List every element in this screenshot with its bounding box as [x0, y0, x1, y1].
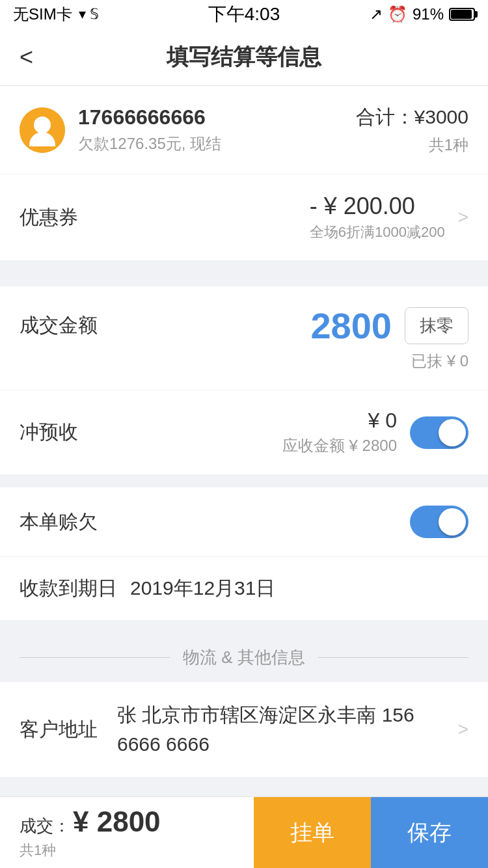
gps-icon: ↗ [370, 5, 383, 23]
prepay-label: 冲预收 [20, 419, 78, 446]
prepay-toggle[interactable] [410, 416, 468, 449]
page-title: 填写结算等信息 [167, 42, 321, 72]
back-button[interactable]: < [20, 44, 33, 71]
customer-info: 17666666666 欠款1276.35元, 现结 [78, 105, 221, 154]
time-label: 下午4:03 [208, 2, 280, 27]
bottom-deal-label: 成交： [20, 815, 70, 837]
address-value: 张 北京市市辖区海淀区永丰南 156 6666 6666 [117, 700, 452, 759]
nav-bar: < 填写结算等信息 [0, 29, 488, 86]
duedate-section: 收款到期日 2019年12月31日 [0, 556, 488, 620]
deal-section: 成交金额 2800 抹零 已抹 ¥ 0 [0, 286, 488, 390]
coupon-right: - ¥ 200.00 全场6折满1000减200 > [310, 193, 468, 242]
save-button[interactable]: 保存 [371, 797, 488, 869]
status-right: ↗ ⏰ 91% [370, 5, 475, 23]
total-count: 共1种 [356, 135, 468, 156]
address-section[interactable]: 客户地址 张 北京市市辖区海淀区永丰南 156 6666 6666 > [0, 682, 488, 777]
customer-sub: 欠款1276.35元, 现结 [78, 133, 221, 154]
battery-bar [449, 8, 475, 21]
avatar-icon [20, 107, 65, 153]
arrears-toggle-knob [439, 508, 466, 536]
customer-right: 合计：¥3000 共1种 [356, 104, 468, 156]
prepay-right: ¥ 0 应收金额 ¥ 2800 [282, 409, 468, 456]
deal-sub: 已抹 ¥ 0 [20, 351, 468, 372]
chevron-right-icon: > [458, 207, 468, 228]
arrears-section: 本单赊欠 [0, 487, 488, 556]
bottom-deal-amount: ¥ 2800 [73, 806, 161, 838]
customer-row: 17666666666 欠款1276.35元, 现结 合计：¥3000 共1种 [0, 86, 488, 174]
status-left: 无SIM卡 ▾ 𝕊 [13, 4, 99, 25]
prepay-section: 冲预收 ¥ 0 应收金额 ¥ 2800 [0, 390, 488, 474]
deal-label: 成交金额 [20, 312, 98, 339]
status-bar: 无SIM卡 ▾ 𝕊 下午4:03 ↗ ⏰ 91% [0, 0, 488, 29]
customer-phone: 17666666666 [78, 105, 221, 129]
battery-fill [451, 10, 472, 19]
total-amount: 合计：¥3000 [356, 104, 468, 131]
duedate-label: 收款到期日 [20, 575, 117, 602]
carrier-label: 无SIM卡 [13, 4, 72, 25]
duedate-row: 收款到期日 2019年12月31日 [20, 575, 468, 602]
battery-label: 91% [413, 5, 444, 23]
coupon-info: - ¥ 200.00 全场6折满1000减200 [310, 193, 445, 242]
divider-line-left [20, 657, 170, 658]
address-chevron-icon: > [458, 719, 468, 740]
prepay-amount-block: ¥ 0 应收金额 ¥ 2800 [282, 409, 397, 456]
prepay-amount: ¥ 0 [282, 409, 397, 433]
customer-left: 17666666666 欠款1276.35元, 现结 [20, 105, 221, 154]
alarm-icon: ⏰ [388, 5, 407, 23]
prepay-row: 冲预收 ¥ 0 应收金额 ¥ 2800 [20, 409, 468, 456]
hang-button[interactable]: 挂单 [254, 797, 371, 869]
deal-row: 成交金额 2800 抹零 [20, 305, 468, 347]
bottom-bar: 成交： ¥ 2800 共1种 挂单 保存 [0, 796, 488, 868]
coupon-desc: 全场6折满1000减200 [310, 223, 445, 242]
duedate-value: 2019年12月31日 [130, 575, 275, 602]
prepay-sub: 应收金额 ¥ 2800 [282, 435, 397, 456]
deal-right: 2800 抹零 [310, 305, 468, 347]
divider-line-right [318, 657, 468, 658]
bottom-summary: 成交： ¥ 2800 共1种 [0, 806, 254, 860]
logistics-divider: 物流 & 其他信息 [0, 633, 488, 682]
coupon-row[interactable]: 优惠券 - ¥ 200.00 全场6折满1000减200 > [0, 174, 488, 260]
bottom-count: 共1种 [20, 841, 234, 860]
arrears-label: 本单赊欠 [20, 509, 98, 536]
round-btn[interactable]: 抹零 [405, 307, 468, 344]
arrears-toggle[interactable] [410, 506, 468, 538]
customer-section: 17666666666 欠款1276.35元, 现结 合计：¥3000 共1种 … [0, 86, 488, 260]
bottom-deal-row: 成交： ¥ 2800 [20, 806, 234, 838]
content: 17666666666 欠款1276.35元, 现结 合计：¥3000 共1种 … [0, 86, 488, 868]
logistics-label: 物流 & 其他信息 [170, 646, 318, 669]
deal-amount: 2800 [310, 305, 392, 347]
address-label: 客户地址 [20, 716, 98, 743]
toggle-knob [439, 419, 466, 446]
wifi-icon: ▾ 𝕊 [79, 6, 99, 23]
coupon-label: 优惠券 [20, 204, 78, 231]
avatar [20, 107, 65, 153]
coupon-discount: - ¥ 200.00 [310, 193, 445, 220]
divider-1 [0, 273, 488, 286]
